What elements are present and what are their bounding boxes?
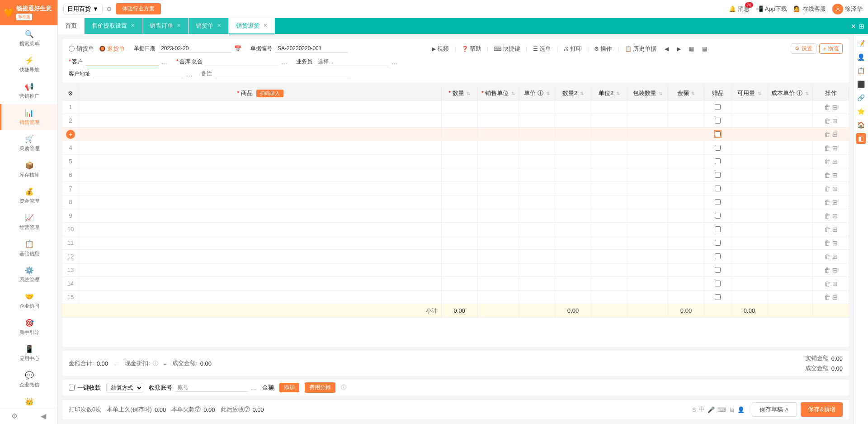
copy-row-icon-12[interactable]: ⊞: [832, 253, 838, 260]
gift-checkbox-8[interactable]: [715, 199, 721, 205]
add-row-btn[interactable]: +: [66, 130, 75, 139]
price-cell-1[interactable]: [519, 100, 555, 114]
gift-checkbox-10[interactable]: [715, 226, 721, 232]
view-list-icon[interactable]: ▦: [686, 45, 697, 53]
price-cell-13[interactable]: [519, 263, 555, 277]
tab-close-icon[interactable]: ✕: [177, 23, 181, 29]
collapse-sidebar-icon[interactable]: ◀: [41, 412, 46, 420]
video-btn[interactable]: ▶ 视频: [429, 44, 452, 54]
unit-cell-1[interactable]: [477, 100, 519, 114]
unit2-cell-1[interactable]: [591, 100, 627, 114]
delete-row-icon-2[interactable]: 🗑: [824, 117, 830, 124]
pack-qty-cell-2[interactable]: [627, 114, 668, 128]
qty-cell-10[interactable]: [441, 223, 477, 236]
unit2-cell-14[interactable]: [591, 277, 627, 291]
price-cell-7[interactable]: [519, 182, 555, 195]
unit2-cell-11[interactable]: [591, 236, 627, 250]
available-cell-11[interactable]: [731, 236, 768, 250]
rs-icon-1[interactable]: 📝: [855, 38, 867, 49]
qty-cell-7[interactable]: [441, 182, 477, 195]
available-cell-15[interactable]: [731, 291, 768, 304]
copy-row-icon-11[interactable]: ⊞: [832, 239, 838, 247]
available-cell-14[interactable]: [731, 277, 768, 291]
rs-icon-2[interactable]: 👤: [855, 52, 867, 62]
rs-icon-5[interactable]: 🔗: [855, 92, 867, 103]
gift-cell-1[interactable]: [704, 100, 731, 114]
qty2-cell-4[interactable]: [555, 141, 591, 155]
sidebar-item-search[interactable]: 🔍 搜索菜单: [0, 25, 57, 52]
amount-cell-5[interactable]: [668, 155, 704, 168]
pack-qty-cell-11[interactable]: [627, 236, 668, 250]
price-cell-8[interactable]: [519, 195, 555, 209]
gift-cell-13[interactable]: [704, 263, 731, 277]
remark-input[interactable]: [215, 70, 350, 78]
pack-qty-cell-12[interactable]: [627, 250, 668, 263]
copy-row-icon-9[interactable]: ⊞: [832, 212, 838, 219]
amount-cell-8[interactable]: [668, 195, 704, 209]
radio-sales[interactable]: 销货单: [69, 45, 94, 53]
qty-cell-4[interactable]: [441, 141, 477, 155]
cost-cell-4[interactable]: [768, 141, 813, 155]
delete-row-icon-10[interactable]: 🗑: [824, 226, 830, 233]
pack-qty-cell-15[interactable]: [627, 291, 668, 304]
tab-price-setting[interactable]: 售价提取设置 ✕: [85, 18, 142, 34]
unit2-cell-8[interactable]: [591, 195, 627, 209]
copy-row-icon-3[interactable]: ⊞: [832, 131, 838, 138]
gift-checkbox-15[interactable]: [715, 294, 721, 300]
delete-row-icon-12[interactable]: 🗑: [824, 253, 830, 260]
copy-row-icon-15[interactable]: ⊞: [832, 294, 838, 301]
sidebar-item-operations[interactable]: 📈 经营管理: [0, 209, 57, 235]
qty2-cell-2[interactable]: [555, 114, 591, 128]
account-more-icon[interactable]: ...: [251, 384, 257, 392]
price-cell-3[interactable]: [519, 128, 555, 141]
available-cell-1[interactable]: [731, 100, 768, 114]
cost-cell-6[interactable]: [768, 168, 813, 182]
gift-cell-7[interactable]: [704, 182, 731, 195]
goods-cell-2[interactable]: [79, 114, 442, 128]
qty-cell-5[interactable]: [441, 155, 477, 168]
unit-cell-9[interactable]: [477, 209, 519, 223]
sidebar-item-finance[interactable]: 💰 资金管理: [0, 183, 57, 209]
tab-sales-order[interactable]: 销售订单 ✕: [142, 18, 189, 34]
online-service-btn[interactable]: 💁 在线客服: [793, 5, 826, 13]
cost-cell-15[interactable]: [768, 291, 813, 304]
unit-cell-7[interactable]: [477, 182, 519, 195]
goods-cell-4[interactable]: [79, 141, 442, 155]
price-cell-6[interactable]: [519, 168, 555, 182]
copy-row-icon-7[interactable]: ⊞: [832, 185, 838, 192]
gift-checkbox-1[interactable]: [715, 104, 721, 110]
unit-cell-13[interactable]: [477, 263, 519, 277]
delete-row-icon-15[interactable]: 🗑: [824, 294, 830, 301]
copy-row-icon-6[interactable]: ⊞: [832, 172, 838, 179]
available-cell-8[interactable]: [731, 195, 768, 209]
copy-row-icon-8[interactable]: ⊞: [832, 199, 838, 206]
cost-cell-9[interactable]: [768, 209, 813, 223]
user-profile[interactable]: 人 徐泽华: [832, 4, 863, 14]
qty-cell-2[interactable]: [441, 114, 477, 128]
qty-cell-8[interactable]: [441, 195, 477, 209]
delete-row-icon-6[interactable]: 🗑: [824, 172, 830, 179]
qty2-cell-1[interactable]: [555, 100, 591, 114]
qty-cell-11[interactable]: [441, 236, 477, 250]
available-cell-9[interactable]: [731, 209, 768, 223]
sidebar-item-wechat[interactable]: 💬 企业微信: [0, 367, 57, 393]
fee-split-btn[interactable]: 费用分摊: [305, 382, 335, 393]
gift-cell-8[interactable]: [704, 195, 731, 209]
pack-qty-cell-9[interactable]: [627, 209, 668, 223]
amount-cell-13[interactable]: [668, 263, 704, 277]
copy-row-icon-14[interactable]: ⊞: [832, 280, 838, 287]
rs-icon-4[interactable]: ⬛: [855, 79, 867, 90]
available-cell-7[interactable]: [731, 182, 768, 195]
amount-cell-10[interactable]: [668, 223, 704, 236]
unit-cell-6[interactable]: [477, 168, 519, 182]
gift-cell-10[interactable]: [704, 223, 731, 236]
available-cell-2[interactable]: [731, 114, 768, 128]
cost-cell-13[interactable]: [768, 263, 813, 277]
gift-cell-5[interactable]: [704, 155, 731, 168]
industry-select[interactable]: 日用百货 ▼: [63, 4, 103, 14]
price-cell-9[interactable]: [519, 209, 555, 223]
qty2-cell-11[interactable]: [555, 236, 591, 250]
gift-cell-4[interactable]: [704, 141, 731, 155]
available-cell-5[interactable]: [731, 155, 768, 168]
unit2-cell-15[interactable]: [591, 291, 627, 304]
